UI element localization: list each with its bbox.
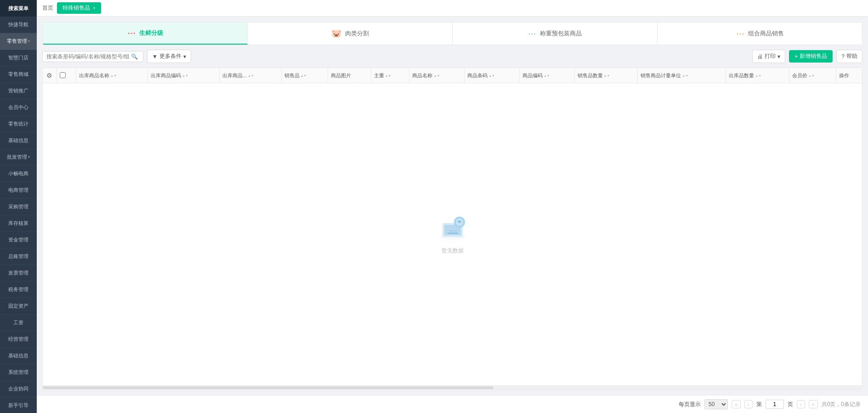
th-sale-unit[interactable]: 销售商品计量单位 ▲▼ bbox=[638, 68, 726, 83]
sidebar-logo[interactable]: 搜索菜单 bbox=[0, 0, 37, 17]
combo-icon: ⋯ bbox=[736, 29, 744, 39]
th-sale-item[interactable]: 销售品 ▲▼ bbox=[281, 68, 328, 83]
sidebar-item-purchase-mgmt[interactable]: 采购管理 bbox=[0, 199, 37, 215]
pagination: 每页显示 50 10 20 100 « ‹ 第 页 › » 共0页，0条记录 bbox=[37, 395, 868, 413]
help-button[interactable]: ? 帮助 bbox=[836, 50, 862, 63]
sort-arrows-icon[interactable]: ▲▼ bbox=[808, 74, 815, 77]
horizontal-scrollbar[interactable] bbox=[43, 385, 862, 389]
fresh-grade-icon: ⋯ bbox=[127, 28, 136, 38]
filter-button[interactable]: ▼ 更多条件 ▾ bbox=[147, 50, 191, 63]
sidebar-item-retail-stats[interactable]: 零售统计 bbox=[0, 116, 37, 132]
th-out-spec[interactable]: 出库商品... ▲▼ bbox=[219, 68, 281, 83]
sidebar-item-ecom-mgmt[interactable]: 电商管理 bbox=[0, 182, 37, 199]
chevron-down-icon: ▾ bbox=[28, 39, 30, 43]
sidebar-item-corp-agreement[interactable]: 企业协同 bbox=[0, 381, 37, 397]
sort-arrows-icon[interactable]: ▲▼ bbox=[433, 74, 440, 77]
th-out-qty[interactable]: 出库品数量 ▲▼ bbox=[726, 68, 789, 83]
sort-arrows-icon[interactable]: ▲▼ bbox=[604, 74, 610, 77]
tab-weigh-pack-label: 称重预包装商品 bbox=[540, 29, 582, 38]
add-plus-icon: + bbox=[794, 53, 798, 60]
th-sale-qty[interactable]: 销售品数量 ▲▼ bbox=[574, 68, 638, 83]
print-arrow-icon: ▾ bbox=[777, 53, 780, 60]
sidebar-item-wages[interactable]: 工资 bbox=[0, 315, 37, 331]
sidebar-item-inventory[interactable]: 库存核算 bbox=[0, 215, 37, 232]
th-item-encode[interactable]: 商品编码 ▲▼ bbox=[519, 68, 574, 83]
active-tab[interactable]: 特殊销售品 × bbox=[57, 2, 101, 14]
help-label: 帮助 bbox=[846, 52, 857, 60]
scrollbar-thumb[interactable] bbox=[43, 386, 494, 389]
sidebar-item-invoice-mgmt[interactable]: 发票管理 bbox=[0, 265, 37, 281]
sort-arrows-icon[interactable]: ▲▼ bbox=[682, 74, 688, 77]
print-label: 打印 bbox=[765, 52, 776, 60]
search-icon[interactable]: 🔍 bbox=[131, 53, 138, 60]
print-icon: 🖨 bbox=[757, 53, 763, 60]
prev-page-button[interactable]: ‹ bbox=[744, 400, 753, 408]
th-item-name[interactable]: 商品名称 ▲▼ bbox=[409, 68, 465, 83]
active-tab-label: 特殊销售品 bbox=[62, 4, 90, 12]
th-out-code[interactable]: 出库商品编码 ▲▼ bbox=[148, 68, 220, 83]
sort-arrows-icon[interactable]: ▲▼ bbox=[544, 74, 550, 77]
product-tabs: ⋯ 生鲜分级 🐷 肉类分割 ⋯ 称重预包装商品 ⋯ 组合商品销售 bbox=[42, 22, 862, 45]
th-item-img: 商品图片 bbox=[328, 68, 371, 83]
sidebar: 搜索菜单 快捷导航 零售管理 ▾ 智慧门店 零售商城 营销推广 会员中心 零售统… bbox=[0, 0, 37, 413]
tab-fresh-grade[interactable]: ⋯ 生鲜分级 bbox=[43, 23, 248, 45]
per-page-select[interactable]: 50 10 20 100 bbox=[704, 399, 728, 409]
tab-fresh-grade-label: 生鲜分级 bbox=[139, 29, 163, 37]
sidebar-item-marketing[interactable]: 营销推广 bbox=[0, 83, 37, 99]
sort-arrows-icon[interactable]: ▲▼ bbox=[182, 74, 188, 77]
sidebar-item-mini-ecom[interactable]: 小畅电商 bbox=[0, 166, 37, 182]
sort-arrows-icon[interactable]: ▲▼ bbox=[755, 74, 761, 77]
th-checkbox[interactable] bbox=[57, 68, 76, 83]
sort-arrows-icon[interactable]: ▲▼ bbox=[301, 74, 307, 77]
sidebar-item-finance[interactable]: 资金管理 bbox=[0, 232, 37, 248]
search-box[interactable]: 🔍 bbox=[42, 51, 143, 62]
sidebar-item-fixed-assets[interactable]: 固定资产 bbox=[0, 298, 37, 315]
help-icon: ? bbox=[841, 53, 845, 60]
sidebar-item-biz-mgmt[interactable]: 经营管理 bbox=[0, 331, 37, 348]
sidebar-item-member-center[interactable]: 会员中心 bbox=[0, 99, 37, 116]
print-button[interactable]: 🖨 打印 ▾ bbox=[752, 50, 785, 63]
filter-arrow-icon: ▾ bbox=[183, 53, 186, 60]
search-input[interactable] bbox=[46, 53, 129, 60]
sort-arrows-icon[interactable]: ▲▼ bbox=[488, 74, 495, 77]
th-out-name[interactable]: 出库商品名称 ▲▼ bbox=[76, 68, 148, 83]
per-page-label: 每页显示 bbox=[679, 401, 701, 408]
tab-combo[interactable]: ⋯ 组合商品销售 bbox=[658, 23, 862, 45]
tab-weigh-pack[interactable]: ⋯ 称重预包装商品 bbox=[453, 23, 658, 45]
th-weight[interactable]: 主重 ▲▼ bbox=[371, 68, 409, 83]
sidebar-item-general-ledger[interactable]: 总账管理 bbox=[0, 248, 37, 265]
first-page-button[interactable]: « bbox=[732, 400, 741, 408]
select-all-checkbox[interactable] bbox=[60, 72, 66, 78]
sort-arrows-icon[interactable]: ▲▼ bbox=[110, 74, 117, 77]
add-label: 新增销售品 bbox=[800, 52, 827, 60]
toolbar: 🔍 ▼ 更多条件 ▾ 🖨 打印 ▾ + 新增销售品 bbox=[42, 50, 862, 63]
sidebar-item-quick-nav[interactable]: 快捷导航 bbox=[0, 17, 37, 33]
th-barcode[interactable]: 商品条码 ▲▼ bbox=[465, 68, 520, 83]
th-ops: 操作 bbox=[836, 68, 862, 83]
sidebar-item-wholesale-mgmt[interactable]: 批发管理 ▾ bbox=[0, 149, 37, 166]
close-tab-button[interactable]: × bbox=[93, 6, 96, 11]
sidebar-item-basic-info[interactable]: 基础信息 bbox=[0, 132, 37, 149]
page-input[interactable] bbox=[766, 400, 784, 409]
sidebar-item-new-guide[interactable]: 新手引导 bbox=[0, 397, 37, 413]
settings-gear-icon[interactable]: ⚙ bbox=[46, 72, 52, 79]
sidebar-item-retail-mgmt[interactable]: 零售管理 ▾ bbox=[0, 33, 37, 50]
next-page-button[interactable]: › bbox=[797, 400, 805, 408]
tab-meat-cut[interactable]: 🐷 肉类分割 bbox=[248, 23, 453, 45]
sort-arrows-icon[interactable]: ▲▼ bbox=[248, 74, 254, 77]
last-page-button[interactable]: » bbox=[809, 400, 818, 408]
sidebar-item-basic-info2[interactable]: 基础信息 bbox=[0, 348, 37, 364]
meat-cut-icon: 🐷 bbox=[331, 29, 341, 39]
toolbar-right: 🖨 打印 ▾ + 新增销售品 ? 帮助 bbox=[752, 50, 862, 63]
sidebar-item-smart-store[interactable]: 智慧门店 bbox=[0, 50, 37, 66]
sidebar-item-sys-mgmt[interactable]: 系统管理 bbox=[0, 364, 37, 381]
th-member-price[interactable]: 会员价 ▲▼ bbox=[789, 68, 836, 83]
sidebar-item-retail-mall[interactable]: 零售商城 bbox=[0, 66, 37, 83]
data-table: ⚙ 出库商品名称 ▲▼ 出库 bbox=[43, 68, 862, 83]
empty-text: 暂无数据 bbox=[442, 247, 464, 255]
add-product-button[interactable]: + 新增销售品 bbox=[789, 50, 833, 63]
sidebar-item-tax-mgmt[interactable]: 税务管理 bbox=[0, 281, 37, 298]
th-settings[interactable]: ⚙ bbox=[43, 68, 57, 83]
home-breadcrumb[interactable]: 首页 bbox=[42, 4, 53, 12]
sort-arrows-icon[interactable]: ▲▼ bbox=[385, 74, 391, 77]
